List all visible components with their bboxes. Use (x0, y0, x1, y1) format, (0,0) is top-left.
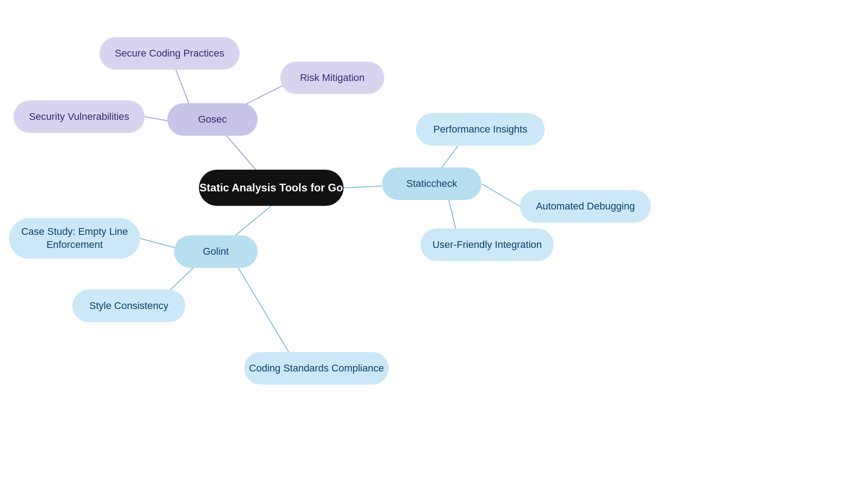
coding-standards-node[interactable]: Coding Standards Compliance (244, 352, 389, 385)
risk-mitigation-label: Risk Mitigation (300, 71, 364, 85)
performance-label: Performance Insights (434, 123, 528, 136)
gosec-label: Gosec (198, 113, 227, 126)
svg-line-11 (448, 195, 457, 233)
coding-standards-label: Coding Standards Compliance (249, 362, 384, 375)
center-node[interactable]: Static Analysis Tools for Go (199, 170, 344, 206)
security-vuln-node[interactable]: Security Vulnerabilities (14, 100, 145, 133)
secure-coding-label: Secure Coding Practices (115, 47, 224, 60)
case-study-label: Case Study: Empty Line Enforcement (9, 225, 140, 251)
golint-label: Golint (203, 245, 229, 258)
center-label: Static Analysis Tools for Go (199, 181, 343, 195)
automated-debug-node[interactable]: Automated Debugging (520, 190, 651, 223)
gosec-node[interactable]: Gosec (167, 103, 258, 136)
user-friendly-label: User-Friendly Integration (432, 238, 542, 252)
style-consistency-label: Style Consistency (90, 300, 169, 313)
svg-line-10 (481, 184, 520, 206)
automated-debug-label: Automated Debugging (536, 200, 635, 213)
user-friendly-node[interactable]: User-Friendly Integration (420, 228, 554, 261)
style-consistency-node[interactable]: Style Consistency (72, 290, 185, 322)
staticcheck-label: Staticcheck (406, 177, 458, 190)
secure-coding-node[interactable]: Secure Coding Practices (99, 37, 240, 70)
case-study-node[interactable]: Case Study: Empty Line Enforcement (9, 218, 140, 259)
staticcheck-node[interactable]: Staticcheck (382, 167, 481, 200)
performance-node[interactable]: Performance Insights (416, 113, 545, 146)
security-vuln-label: Security Vulnerabilities (29, 110, 129, 124)
golint-node[interactable]: Golint (174, 235, 258, 268)
risk-mitigation-node[interactable]: Risk Mitigation (280, 62, 384, 94)
